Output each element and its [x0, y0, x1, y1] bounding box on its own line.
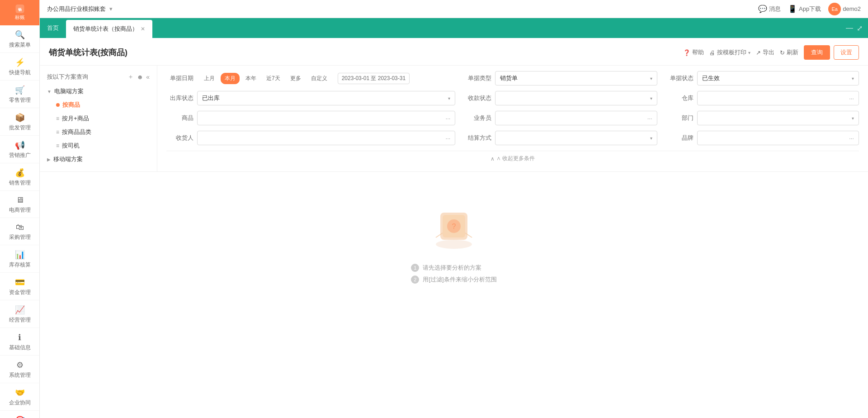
tip-text-1: 请先选择要分析的方案 — [423, 264, 481, 272]
filter-tree-pc-children: 按商品 ≡ 按月+商品 ≡ 按商品品类 ≡ — [43, 98, 153, 152]
message-button[interactable]: 💬 消息 — [758, 5, 781, 13]
sidebar-item-cooperation[interactable]: 🤝 企业协同 — [0, 383, 39, 411]
avatar: Ea — [828, 3, 841, 15]
date-tab-this-year[interactable]: 本年 — [241, 73, 260, 84]
sidebar-item-retail[interactable]: 🛒 零售管理 — [0, 81, 39, 108]
sidebar-item-basics[interactable]: ℹ 基础信息 — [0, 328, 39, 356]
sidebar-item-quick-nav[interactable]: ⚡ 快捷导航 — [0, 53, 39, 81]
filter-select-product[interactable]: ··· — [197, 111, 455, 125]
filter-body: 按以下方案查询 ＋ ☻ « ▼ 电脑端方案 — [40, 66, 868, 171]
date-tab-7days[interactable]: 近7天 — [262, 73, 284, 84]
filter-label-department: 部门 — [666, 114, 693, 122]
filter-select-doc-type[interactable]: 销货单 ▾ — [495, 71, 657, 86]
filter-row-3: 商品 ··· 业务员 ··· — [166, 111, 859, 125]
filter-row-4: 收货人 ··· 结算方式 ▾ — [166, 131, 859, 145]
filter-tree-category-icon: ≡ — [56, 129, 59, 135]
purchase-icon: 🛍 — [16, 223, 24, 232]
filter-field-doc-status: 单据状态 已生效 ▾ — [666, 71, 859, 86]
filter-tree-pc[interactable]: ▼ 电脑端方案 — [43, 85, 153, 98]
empty-state-tip-2: 2 用[过滤]条件来缩小分析范围 — [411, 276, 496, 284]
collapse-bar-text: ∧ 收起更多条件 — [496, 155, 535, 162]
sidebar-item-ecommerce[interactable]: 🖥 电商管理 — [0, 191, 39, 218]
sidebar-logo-text: 标账 — [15, 14, 25, 21]
filter-select-settlement[interactable]: ▾ — [495, 131, 657, 145]
filter-label-salesperson: 业务员 — [464, 114, 491, 122]
help-button[interactable]: ❓ 帮助 — [683, 48, 704, 57]
search-menu-icon: 🔍 — [15, 30, 25, 40]
filter-warehouse-dots: ··· — [849, 95, 854, 102]
marketing-icon: 📢 — [15, 140, 25, 150]
sidebar-item-finance[interactable]: 💳 资金管理 — [0, 273, 39, 300]
filter-select-consignee[interactable]: ··· — [197, 131, 455, 145]
sidebar-item-sales[interactable]: 💰 销售管理 — [0, 163, 39, 191]
refresh-icon: ↻ — [780, 49, 785, 56]
tab-sales-stats[interactable]: 销货单统计表（按商品） ✕ — [66, 20, 152, 38]
filter-select-payment-status-arrow: ▾ — [650, 96, 652, 101]
message-icon: 💬 — [758, 5, 767, 13]
export-button[interactable]: ↗ 导出 — [756, 48, 774, 57]
date-tab-more[interactable]: 更多 — [286, 73, 305, 84]
topbar: 办公用品行业模拟账套 ▾ 💬 消息 📱 App下载 Ea demo2 — [40, 0, 868, 18]
filter-select-payment-status[interactable]: ▾ — [495, 91, 657, 105]
sidebar-item-inventory[interactable]: 📊 库存核算 — [0, 245, 39, 273]
export-label: 导出 — [763, 48, 774, 57]
refresh-button[interactable]: ↻ 刷新 — [780, 48, 798, 57]
filter-settings-icon[interactable]: ☻ — [137, 73, 143, 81]
filter-tree-by-month-product[interactable]: ≡ 按月+商品 — [52, 112, 153, 125]
sidebar-menu-list: 🔍 搜索菜单 ⚡ 快捷导航 🛒 零售管理 📦 批发管理 📢 营销推广 💰 销售管… — [0, 25, 39, 418]
collapse-bar[interactable]: ∧ ∧ 收起更多条件 — [166, 151, 859, 164]
query-button[interactable]: 查询 — [804, 45, 830, 60]
tabbar-minimize-icon[interactable]: — — [846, 24, 853, 32]
message-label: 消息 — [769, 5, 781, 13]
filter-tree-by-category[interactable]: ≡ 按商品品类 — [52, 125, 153, 139]
filter-tree-by-cashier-label: 按司机 — [62, 142, 80, 150]
filter-select-department[interactable]: ▾ — [697, 111, 859, 125]
filter-select-warehouse[interactable]: ··· — [697, 91, 859, 105]
user-menu[interactable]: Ea demo2 — [828, 3, 861, 15]
filter-tree-by-product[interactable]: 按商品 — [52, 98, 153, 112]
tab-close-icon[interactable]: ✕ — [141, 26, 145, 32]
sidebar-item-purchase[interactable]: 🛍 采购管理 — [0, 218, 39, 245]
filter-add-icon[interactable]: ＋ — [127, 73, 134, 81]
filter-product-dots: ··· — [446, 115, 451, 122]
date-tab-last-month[interactable]: 上月 — [200, 73, 219, 84]
print-icon: 🖨 — [709, 49, 715, 56]
sidebar-item-marketing[interactable]: 📢 营销推广 — [0, 136, 39, 163]
filter-left-panel: 按以下方案查询 ＋ ☻ « ▼ 电脑端方案 — [40, 66, 157, 171]
filter-collapse-icon[interactable]: « — [146, 73, 150, 81]
filter-field-doc-type: 单据类型 销货单 ▾ — [464, 71, 657, 86]
filter-select-doc-status[interactable]: 已生效 ▾ — [697, 71, 859, 86]
filter-tree-by-product-dot — [56, 103, 60, 107]
industry-dropdown-icon[interactable]: ▾ — [109, 5, 113, 12]
sidebar-item-search-menu[interactable]: 🔍 搜索菜单 — [0, 25, 39, 53]
app-download-button[interactable]: 📱 App下载 — [788, 5, 821, 13]
date-tab-custom[interactable]: 自定义 — [307, 73, 331, 84]
settings-button[interactable]: 设置 — [834, 45, 859, 60]
basics-icon: ℹ — [18, 332, 21, 342]
filter-date-range[interactable]: 2023-03-01 至 2023-03-31 — [338, 73, 410, 84]
tip-text-2: 用[过滤]条件来缩小分析范围 — [423, 276, 496, 284]
template-print-button[interactable]: 🖨 按模板打印 ▾ — [709, 48, 750, 57]
filter-select-salesperson[interactable]: ··· — [495, 111, 657, 125]
filter-select-doc-type-arrow: ▾ — [650, 76, 652, 81]
sidebar-item-cooperation-label: 企业协同 — [9, 399, 31, 407]
user-label: demo2 — [843, 5, 861, 12]
date-tab-this-month[interactable]: 本月 — [221, 73, 240, 84]
sidebar-item-guide[interactable]: 🎯 新手引导 — [0, 411, 39, 418]
sidebar-item-wholesale[interactable]: 📦 批发管理 — [0, 108, 39, 136]
tab-home[interactable]: 首页 — [40, 18, 66, 38]
tip-num-2: 2 — [411, 276, 419, 284]
filter-tree-cashier-icon: ≡ — [56, 142, 59, 149]
collapse-icon: ∧ — [491, 156, 495, 162]
filter-select-brand[interactable]: ··· — [697, 131, 859, 145]
sidebar-item-system[interactable]: ⚙ 系统管理 — [0, 356, 39, 383]
filter-tree-mobile-label: 移动端方案 — [53, 155, 83, 163]
filter-tree-mobile[interactable]: ▶ 移动端方案 — [43, 152, 153, 166]
filter-tree-by-cashier[interactable]: ≡ 按司机 — [52, 139, 153, 152]
tabbar-expand-icon[interactable]: ⤢ — [857, 24, 863, 33]
sidebar-item-quick-nav-label: 快捷导航 — [9, 69, 31, 76]
empty-state: ? 1 请先选择要分析的方案 2 用[过滤]条件来缩小分析范围 — [40, 172, 868, 311]
filter-select-stock-status[interactable]: 已出库 ▾ — [197, 91, 455, 105]
sidebar-item-search-menu-label: 搜索菜单 — [9, 41, 31, 49]
sidebar-item-operations[interactable]: 📈 经营管理 — [0, 300, 39, 328]
